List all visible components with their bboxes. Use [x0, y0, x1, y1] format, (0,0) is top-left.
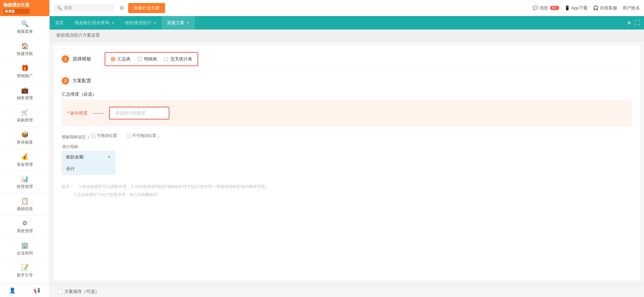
sidebar-item-label: 搜索菜单 [17, 29, 33, 35]
stat-col-label: 收款金额 [66, 154, 84, 160]
step1-badge: 1 [62, 55, 69, 63]
sidebar-logo: 畅捷通好生意 标准版 [0, 0, 49, 16]
sidebar-item-marketing[interactable]: 🎁 营销推广 [0, 60, 49, 83]
radio-detail-label: 明细表 [144, 56, 157, 62]
stat-table-row-total: 合计 [62, 163, 115, 175]
sidebar-item-newbie[interactable]: 📝 新手引导 [0, 260, 49, 282]
gift-icon: 🎁 [21, 64, 29, 72]
sidebar-footer-user[interactable]: 👤 [9, 287, 16, 294]
notification-label: 消息 [539, 5, 548, 11]
support-item[interactable]: 🎧 在线客服 [593, 5, 617, 11]
tab-new-scheme-close[interactable]: ✕ [186, 21, 190, 25]
tab-maximize-icon[interactable]: ⛶ [635, 20, 640, 26]
clipboard-icon: 📋 [21, 197, 29, 205]
sidebar-item-label: 新手引导 [17, 273, 33, 278]
tabbar: 首页 现金银行流水查询 ✕ 收款情况统计 ✕ 新建方案 ✕ ✕ ⛶ [50, 16, 644, 30]
radio-detail-circle [137, 57, 142, 61]
briefcase-icon: 💼 [21, 87, 29, 94]
stat-group-label: 统计指标 [62, 144, 115, 150]
radio-summary-circle [111, 57, 115, 61]
radio-cross-label: 交叉统计表 [170, 56, 192, 62]
radio-summary-label: 汇总表 [117, 56, 130, 62]
search-placeholder: 搜索 [64, 5, 72, 11]
sidebar-item-basic-info[interactable]: 📋 基础信息 [0, 193, 49, 215]
legend-draggable: 可拖动位置 [91, 133, 117, 139]
radio-detail[interactable]: 明细表 [137, 56, 157, 62]
topbar: 🔍 搜索 ⚙ 体验行业方案 💬 消息 99+ 📱 App下载 🎧 在线客服 用户… [50, 0, 644, 16]
sidebar-item-label: 采购管理 [17, 117, 33, 123]
trial-button[interactable]: 体验行业方案 [128, 3, 165, 13]
radio-summary[interactable]: 汇总表 [111, 56, 130, 62]
radio-cross-circle [164, 57, 168, 61]
download-item[interactable]: 📱 App下载 [565, 5, 588, 11]
indicator-legend: 模板指标设定（ 可拖动位置 不可拖动位置 ） [62, 133, 632, 140]
stat-group: 统计指标 收款金额 ▼ 合计 [62, 144, 115, 176]
stat-table-header[interactable]: 收款金额 ▼ [62, 151, 115, 163]
stat-row-label: 合计 [66, 166, 75, 171]
dimension-row-label: * 纵向维度 [67, 110, 88, 116]
tab-close-icon[interactable]: ✕ [627, 20, 631, 26]
tips-item1: 1.拖动标题栏可以调整布局，不可跨维度或指标区域拖动栏目字段(只能在同一维度或指… [79, 184, 266, 189]
gear-icon: ⚙ [22, 219, 28, 227]
save-option-label: 方案保存（可选） [64, 289, 99, 295]
tab-receipt-stats-close[interactable]: ✕ [153, 21, 156, 25]
indicator-section: 模板指标设定（ 可拖动位置 不可拖动位置 ） [62, 133, 632, 176]
page-title: 收款情况统计方案设置 [50, 30, 644, 41]
home-icon: 🏠 [21, 42, 29, 50]
divider1 [62, 71, 632, 72]
tab-bank-flow-close[interactable]: ✕ [111, 21, 114, 25]
tab-home-label: 首页 [55, 20, 64, 26]
search-icon: 🔍 [57, 6, 62, 10]
tab-receipt-stats[interactable]: 收款情况统计 ✕ [120, 16, 162, 30]
config-section: 汇总维度（必选） * 纵向维度 —— 请选择分组维度 模板指标设定（ [62, 91, 632, 199]
support-icon: 🎧 [593, 5, 598, 10]
settings-icon[interactable]: ⚙ [119, 5, 124, 11]
search-bar[interactable]: 🔍 搜索 [54, 4, 114, 12]
sidebar-footer-announce[interactable]: 📢 [34, 287, 40, 294]
legend-blue-box [91, 134, 96, 138]
sidebar-item-finance[interactable]: 💰 资金管理 [0, 149, 49, 171]
tab-new-scheme[interactable]: 新建方案 ✕ [162, 16, 195, 30]
tips-section: 提示： 1.拖动标题栏可以调整布局，不可跨维度或指标区域拖动栏目字段(只能在同一… [62, 183, 632, 199]
sidebar-item-sales[interactable]: 💼 销售管理 [0, 83, 49, 105]
sidebar-item-system[interactable]: ⚙ 系统管理 [0, 215, 49, 238]
notification-badge: 99+ [550, 6, 559, 10]
sidebar-item-quick-nav[interactable]: 🏠 快捷导航 [0, 38, 49, 60]
sidebar-item-operations[interactable]: 📊 经营管理 [0, 171, 49, 193]
tab-new-scheme-label: 新建方案 [167, 20, 184, 26]
bottom-bar: 方案保存（可选） [50, 284, 644, 297]
step2-label: 方案配置 [72, 78, 91, 84]
stat-table-container: 统计指标 收款金额 ▼ 合计 [62, 144, 632, 176]
logo-badge: 标准版 [3, 9, 30, 14]
tab-receipt-stats-label: 收款情况统计 [125, 20, 151, 26]
sidebar-item-search-menu[interactable]: 🔍 搜索菜单 [0, 16, 49, 38]
sidebar-item-inventory[interactable]: 📦 库存核算 [0, 127, 49, 149]
main-area: 🔍 搜索 ⚙ 体验行业方案 💬 消息 99+ 📱 App下载 🎧 在线客服 用户… [50, 0, 644, 297]
topbar-right: 💬 消息 99+ 📱 App下载 🎧 在线客服 用户姓名 [533, 5, 640, 11]
sidebar-item-label: 企业协同 [17, 250, 33, 256]
sidebar-item-purchase[interactable]: 🛒 采购管理 [0, 105, 49, 127]
sidebar-item-label: 营销推广 [17, 73, 33, 79]
dimension-row: * 纵向维度 —— 请选择分组维度 [67, 107, 627, 119]
money-icon: 💰 [21, 153, 29, 160]
download-icon: 📱 [565, 5, 570, 10]
notification-item[interactable]: 💬 消息 99+ [533, 5, 559, 11]
tips-title: 提示： [62, 184, 78, 189]
legend-nondraggable: 不可拖动位置 [126, 133, 156, 139]
legend-nondraggable-label: 不可拖动位置 [132, 133, 156, 139]
cart-icon: 🛒 [21, 109, 29, 116]
sidebar-item-label: 基础信息 [17, 206, 33, 212]
megaphone-icon: 📢 [34, 287, 40, 294]
radio-cross[interactable]: 交叉统计表 [164, 56, 192, 62]
sidebar-item-label: 经营管理 [17, 184, 33, 190]
stat-col-chevron: ▼ [107, 155, 111, 159]
dimension-select[interactable]: 请选择分组维度 [109, 107, 169, 119]
save-checkbox[interactable] [58, 289, 62, 294]
pencil-icon: 📝 [21, 264, 29, 271]
chart-icon: 📊 [21, 175, 29, 183]
tab-bank-flow[interactable]: 现金银行流水查询 ✕ [69, 16, 120, 30]
template-selection: 汇总表 明细表 交叉统计表 [105, 52, 198, 66]
save-option[interactable]: 方案保存（可选） [58, 289, 99, 295]
tab-home[interactable]: 首页 [50, 16, 69, 30]
sidebar-item-corp-collab[interactable]: 🏢 企业协同 [0, 238, 49, 260]
